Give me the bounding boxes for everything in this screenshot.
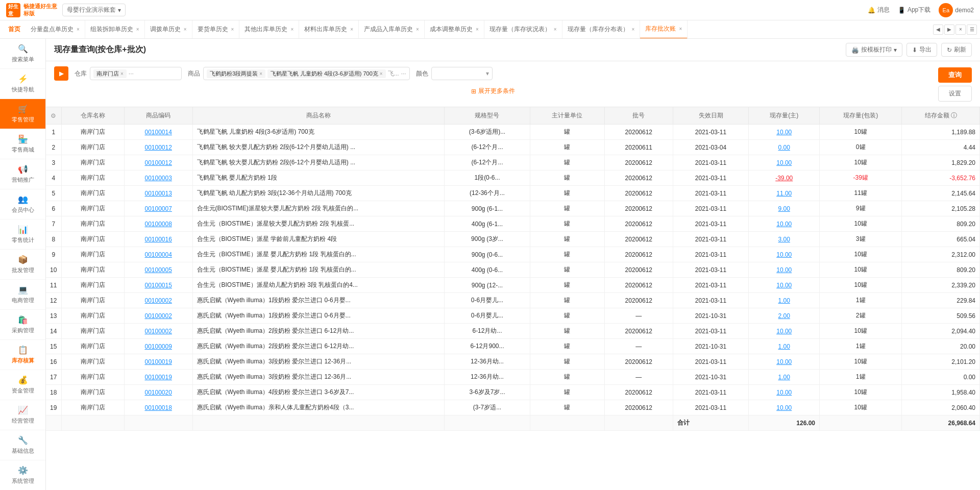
- nav-tab-home[interactable]: 首页: [3, 20, 26, 39]
- row-qty-main[interactable]: 10.00: [749, 278, 820, 293]
- row-code[interactable]: 00100008: [124, 216, 192, 232]
- nav-tab-0[interactable]: 分量盘点单历史 ×: [26, 20, 85, 39]
- sidebar-item-inventory[interactable]: 📋 库存核算: [0, 340, 45, 370]
- row-qty-main[interactable]: 0.00: [749, 140, 820, 155]
- row-qty-main[interactable]: 10.00: [749, 262, 820, 278]
- nav-tab-1[interactable]: 组装拆卸单历史 ×: [85, 20, 145, 39]
- warehouse-tag-close-0[interactable]: ×: [120, 71, 124, 77]
- row-qty-main[interactable]: 2.00: [749, 308, 820, 324]
- nav-tab-3[interactable]: 要货单历史 ×: [192, 20, 240, 39]
- nav-next[interactable]: ▶: [944, 24, 954, 35]
- export-button[interactable]: ⬇ 导出: [906, 43, 937, 57]
- row-code[interactable]: 00100019: [124, 370, 192, 385]
- close-tab-1[interactable]: ×: [136, 27, 139, 32]
- sidebar-item-purchase[interactable]: 🛍️ 采购管理: [0, 310, 45, 340]
- nav-tab-9[interactable]: 现存量（库存分布表） ×: [562, 20, 641, 39]
- sidebar-item-marketing[interactable]: 📢 营销推广: [0, 159, 45, 189]
- warehouse-filter-input[interactable]: 南岸门店 × ···: [90, 67, 182, 80]
- close-tab-0[interactable]: ×: [77, 27, 80, 32]
- close-tab-7[interactable]: ×: [476, 27, 479, 32]
- row-qty-main[interactable]: 3.00: [749, 232, 820, 247]
- sidebar-item-member[interactable]: 👥 会员中心: [0, 189, 45, 219]
- row-code[interactable]: 00100018: [124, 400, 192, 415]
- row-code[interactable]: 00100002: [124, 324, 192, 339]
- row-qty-main[interactable]: 10.00: [749, 247, 820, 262]
- sidebar-item-search[interactable]: 🔍 搜索菜单: [0, 39, 45, 69]
- message-btn[interactable]: 🔔 消息: [868, 6, 890, 14]
- row-qty-main[interactable]: 1.00: [749, 339, 820, 354]
- nav-menu[interactable]: ☰: [967, 24, 977, 35]
- row-code[interactable]: 00100019: [124, 354, 192, 370]
- row-code[interactable]: 00100014: [124, 125, 192, 140]
- nav-close[interactable]: ×: [955, 24, 966, 35]
- row-code[interactable]: 00100015: [124, 278, 192, 293]
- row-code[interactable]: 00100012: [124, 155, 192, 170]
- nav-tab-4[interactable]: 其他出库单历史 ×: [239, 20, 299, 39]
- sidebar-item-basic[interactable]: 🔧 基础信息: [0, 430, 45, 460]
- row-qty-main[interactable]: 10.00: [749, 324, 820, 339]
- row-code[interactable]: 00100005: [124, 262, 192, 278]
- close-tab-3[interactable]: ×: [231, 27, 234, 32]
- print-button[interactable]: 🖨️ 按模板打印 ▾: [846, 43, 902, 57]
- sidebar-item-wholesale[interactable]: 📦 批发管理: [0, 250, 45, 280]
- close-tab-6[interactable]: ×: [416, 27, 419, 32]
- sidebar-item-mall[interactable]: 🏪 零售商城: [0, 129, 45, 159]
- product-filter-input[interactable]: 飞鹤奶粉3段两提装 × 飞鹤星飞帆 儿童奶粉 4段(3-6岁适用) 700克 ×…: [203, 67, 410, 80]
- row-code[interactable]: 00100016: [124, 232, 192, 247]
- sidebar-item-ops[interactable]: 📈 经营管理: [0, 400, 45, 430]
- close-tab-9[interactable]: ×: [632, 27, 635, 32]
- nav-tab-5[interactable]: 材料出库单历史 ×: [299, 20, 359, 39]
- row-qty-main[interactable]: -39.00: [749, 170, 820, 186]
- row-code[interactable]: 00100002: [124, 293, 192, 308]
- row-code[interactable]: 00100013: [124, 186, 192, 201]
- row-code[interactable]: 00100004: [124, 247, 192, 262]
- row-code[interactable]: 00100012: [124, 140, 192, 155]
- user-avatar-area[interactable]: Ea demo2: [939, 3, 974, 17]
- table-settings-icon[interactable]: ⚙: [51, 112, 56, 119]
- sidebar-item-system[interactable]: ⚙️ 系统管理: [0, 460, 45, 490]
- close-tab-4[interactable]: ×: [290, 27, 293, 32]
- color-filter-input[interactable]: ▾: [431, 67, 493, 80]
- nav-tab-7[interactable]: 成本调整单历史 ×: [425, 20, 484, 39]
- product-tag-close-1[interactable]: ×: [380, 71, 383, 77]
- query-button[interactable]: 查询: [938, 67, 972, 83]
- sidebar-item-retail-stats[interactable]: 📊 零售统计: [0, 219, 45, 250]
- row-code[interactable]: 00100020: [124, 385, 192, 400]
- sidebar-item-finance[interactable]: 💰 资金管理: [0, 370, 45, 400]
- row-qty-main[interactable]: 10.00: [749, 354, 820, 370]
- row-qty-main[interactable]: 10.00: [749, 216, 820, 232]
- row-qty-main[interactable]: 10.00: [749, 155, 820, 170]
- sidebar-item-ecommerce[interactable]: 💻 电商管理: [0, 280, 45, 310]
- row-qty-main[interactable]: 10.00: [749, 125, 820, 140]
- row-code[interactable]: 00100002: [124, 308, 192, 324]
- close-tab-8[interactable]: ×: [554, 27, 557, 32]
- nav-prev[interactable]: ◀: [933, 24, 943, 35]
- row-qty-main[interactable]: 1.00: [749, 293, 820, 308]
- close-tab-5[interactable]: ×: [350, 27, 353, 32]
- row-code[interactable]: 00100009: [124, 339, 192, 354]
- expand-left-btn[interactable]: ▶: [54, 66, 68, 81]
- row-qty-main[interactable]: 9.00: [749, 201, 820, 216]
- nav-tab-6[interactable]: 产成品入库单历史 ×: [359, 20, 425, 39]
- refresh-button[interactable]: ↻ 刷新: [941, 43, 972, 57]
- sidebar-item-retail[interactable]: 🛒 零售管理: [0, 99, 45, 129]
- row-qty-main[interactable]: 10.00: [749, 385, 820, 400]
- nav-tab-2[interactable]: 调拨单历史 ×: [145, 20, 192, 39]
- store-selector[interactable]: 母婴行业演示账套 ▾: [62, 4, 126, 16]
- close-tab-10[interactable]: ×: [679, 26, 682, 32]
- filter-more-dots[interactable]: ···: [129, 70, 134, 77]
- expand-more-btn[interactable]: ⊞ 展开更多条件: [54, 87, 932, 95]
- app-download-btn[interactable]: 📱 App下载: [898, 6, 930, 14]
- row-qty-main[interactable]: 10.00: [749, 400, 820, 415]
- row-code[interactable]: 00100003: [124, 170, 192, 186]
- product-filter-dots[interactable]: ···: [401, 70, 406, 77]
- nav-tab-10[interactable]: 库存批次账 ×: [640, 20, 688, 39]
- sidebar-item-quick[interactable]: ⚡ 快捷导航: [0, 69, 45, 99]
- row-qty-main[interactable]: 11.00: [749, 186, 820, 201]
- row-code[interactable]: 00100007: [124, 201, 192, 216]
- product-tag-close-0[interactable]: ×: [259, 71, 262, 77]
- nav-tab-8[interactable]: 现存量（库存状况表） ×: [484, 20, 562, 39]
- row-qty-main[interactable]: 1.00: [749, 370, 820, 385]
- settings-button[interactable]: 设置: [938, 86, 972, 102]
- close-tab-2[interactable]: ×: [184, 27, 187, 32]
